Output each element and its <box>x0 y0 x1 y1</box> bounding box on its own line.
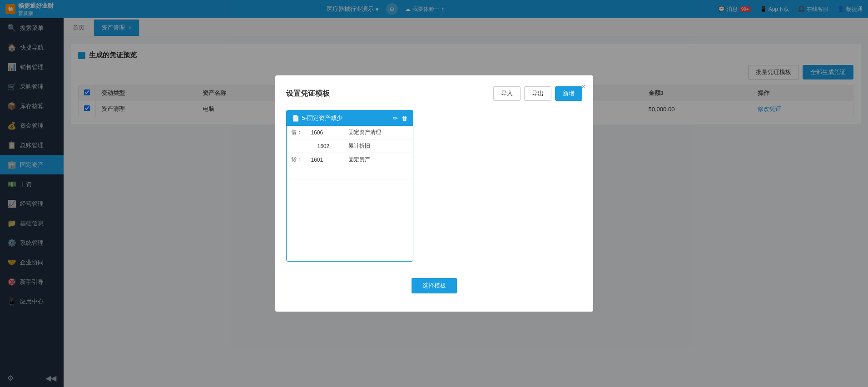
empty-row-2 <box>287 179 413 192</box>
entry-code: 1606 <box>307 126 344 139</box>
entry-amount <box>400 126 412 139</box>
template-entry-row: 1602 累计折旧 <box>287 139 413 153</box>
entry-name: 累计折旧 <box>344 139 401 153</box>
entry-code: 1601 <box>307 153 344 167</box>
new-button[interactable]: 新增 <box>555 86 582 101</box>
entry-code: 1602 <box>307 139 344 153</box>
template-entry-row: 借： 1606 固定资产清理 <box>287 126 413 139</box>
import-button[interactable]: 导入 <box>493 86 521 101</box>
entry-amount <box>400 139 412 153</box>
entry-name: 固定资产 <box>344 153 401 167</box>
select-template-button[interactable]: 选择模板 <box>412 278 457 293</box>
export-button[interactable]: 导出 <box>524 86 551 101</box>
template-entry-empty <box>287 166 413 192</box>
entry-type <box>287 139 307 153</box>
entry-amount <box>400 153 412 167</box>
template-card-header-left: 📄 5-固定资产减少 <box>292 114 343 122</box>
modal-title: 设置凭证模板 <box>286 89 330 99</box>
modal-actions: 导入 导出 新增 <box>493 86 582 101</box>
entry-name: 固定资产清理 <box>344 126 401 139</box>
template-edit-icon[interactable]: ✏ <box>393 115 398 122</box>
modal-footer: 选择模板 <box>286 262 582 301</box>
template-grid: 📄 5-固定资产减少 ✏ 🗑 借： 1606 固定资产清理 1 <box>286 110 582 262</box>
modal-overlay: 设置凭证模板 导入 导出 新增 × 📄 5-固定资产减少 ✏ 🗑 <box>0 0 868 387</box>
template-entry-row: 贷： 1601 固定资产 <box>287 153 413 167</box>
entry-type: 借： <box>287 126 307 139</box>
modal-dialog: 设置凭证模板 导入 导出 新增 × 📄 5-固定资产减少 ✏ 🗑 <box>275 75 593 312</box>
entry-type: 贷： <box>287 153 307 167</box>
template-delete-icon[interactable]: 🗑 <box>402 115 407 122</box>
empty-row-1 <box>287 166 413 179</box>
modal-close-icon[interactable]: × <box>581 83 586 91</box>
template-card-actions: ✏ 🗑 <box>393 115 407 122</box>
template-card-body: 借： 1606 固定资产清理 1602 累计折旧 贷： 1601 固定资产 <box>287 126 413 192</box>
template-doc-icon: 📄 <box>292 115 299 122</box>
modal-header: 设置凭证模板 导入 导出 新增 <box>286 86 582 101</box>
template-name: 5-固定资产减少 <box>302 114 343 122</box>
template-card: 📄 5-固定资产减少 ✏ 🗑 借： 1606 固定资产清理 1 <box>286 110 413 262</box>
template-entry-table: 借： 1606 固定资产清理 1602 累计折旧 贷： 1601 固定资产 <box>287 126 413 166</box>
template-card-header: 📄 5-固定资产减少 ✏ 🗑 <box>287 110 413 126</box>
